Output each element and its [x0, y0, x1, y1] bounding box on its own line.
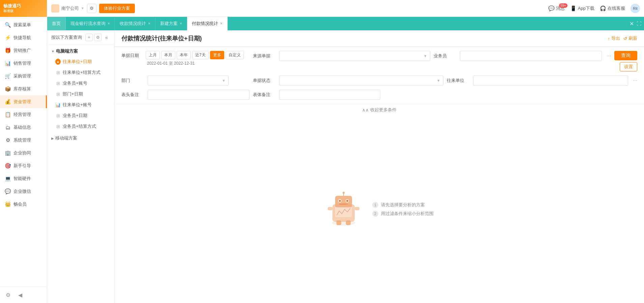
dept-select[interactable]: ▼	[148, 75, 229, 86]
tab-close-all-icon[interactable]: ✕	[630, 21, 634, 27]
date-range-display: 2022-01-01 至 2022-12-31	[147, 61, 244, 66]
messages-badge: 99+	[559, 3, 567, 8]
empty-state: 1 请先选择要分析的方案 2 用过滤条件来缩小分析范围	[115, 116, 644, 303]
messages-btn[interactable]: 💬 消息 99+	[548, 5, 565, 11]
tab-spacer	[228, 17, 627, 30]
sidebar-item-operation[interactable]: 📋 经营管理	[0, 108, 47, 121]
page-header: 付款情况统计(往来单位+日期) ↑ 导出 ↺ 刷新	[115, 30, 644, 47]
sidebar-collapse-btn[interactable]: ◀	[16, 290, 25, 300]
settings-small-button[interactable]: 设置	[620, 62, 637, 71]
app-download-btn[interactable]: 📱 App下载	[570, 5, 594, 11]
tab-home-label: 首页	[52, 21, 61, 27]
plan-item-icon3: ⊞	[55, 91, 61, 97]
plan-item-staff-account[interactable]: ⊞ 业务员+账号	[47, 78, 114, 89]
sidebar-item-purchase[interactable]: 🛒 采购管理	[0, 70, 47, 83]
sidebar-item-vip[interactable]: 👑 畅会员	[0, 198, 47, 211]
body-note-input[interactable]	[279, 90, 380, 100]
collapse-left-panel-btn[interactable]: «	[103, 34, 110, 41]
plan-item-unit-settle[interactable]: ⊞ 往来单位+结算方式	[47, 67, 114, 78]
topbar: 南宁公司 ▼ ⚙ 体验行业方案 💬 消息 99+ 📱 App下载 🎧 在线客服 …	[47, 0, 644, 17]
export-button[interactable]: ↑ 导出	[608, 35, 620, 41]
industry-btn[interactable]: 体验行业方案	[99, 4, 135, 13]
empty-tip-2: 2 用过滤条件来缩小分析范围	[372, 211, 434, 217]
svg-rect-14	[335, 207, 352, 217]
user-avatar: Rit	[631, 4, 640, 13]
left-panel-actions: + ⚙ «	[85, 34, 110, 41]
svg-rect-2	[335, 196, 352, 208]
unit-input[interactable]	[473, 75, 628, 86]
manage-plan-btn[interactable]: ⚙	[94, 34, 101, 41]
plan-item-dept-date-label: 部门+日期	[63, 91, 83, 97]
sidebar-item-guide[interactable]: 🎯 新手引导	[0, 159, 47, 172]
online-service-label: 在线客服	[608, 5, 625, 11]
sidebar-item-wechat[interactable]: 💬 企业微信	[0, 185, 47, 198]
tab-receipt-stat[interactable]: 收款情况统计 ×	[115, 17, 155, 30]
sidebar-item-label: 智能硬件	[13, 176, 31, 182]
staff-ellipsis-btn[interactable]: ···	[607, 53, 611, 59]
query-button[interactable]: 查询	[614, 51, 637, 60]
plan-item-unit-settle-label: 往来单位+结算方式	[63, 69, 100, 75]
tab-bank-flow-close[interactable]: ×	[108, 22, 110, 26]
tab-payment-stat-close[interactable]: ×	[220, 22, 223, 26]
tab-payment-stat[interactable]: 付款情况统计 ×	[187, 17, 228, 30]
add-plan-btn[interactable]: +	[85, 34, 93, 41]
unit-ellipsis-btn[interactable]: ···	[633, 78, 637, 84]
dropdown-icon[interactable]: ▼	[81, 6, 84, 10]
tab-maximize-icon[interactable]: ⛶	[637, 21, 641, 26]
sidebar-settings-btn[interactable]: ⚙	[3, 290, 13, 300]
sidebar-item-sales[interactable]: 📊 销售管理	[0, 57, 47, 70]
plan-item-active-icon: ●	[55, 59, 61, 64]
search-menu-icon: 🔍	[5, 22, 11, 28]
plan-item-icon6: ⊞	[55, 124, 61, 129]
plan-item-staff-settle-label: 业务员+结算方式	[63, 123, 96, 129]
sidebar-item-label: 新手引导	[13, 163, 31, 169]
sidebar-item-hardware[interactable]: 💻 智能硬件	[0, 172, 47, 185]
company-name: 南宁公司	[61, 5, 79, 11]
empty-state-illustration	[325, 191, 362, 228]
content-area: 按以下方案查询 + ⚙ « ▼ 电脑端方案 ● 往来单位+日期	[47, 30, 644, 303]
date-btn-custom[interactable]: 自定义	[226, 51, 244, 59]
tab-receipt-stat-close[interactable]: ×	[148, 22, 150, 26]
sidebar-item-search-menu[interactable]: 🔍 搜索菜单	[0, 19, 47, 31]
topbar-settings-button[interactable]: ⚙	[87, 4, 96, 13]
tab-bank-flow[interactable]: 现金银行流水查询 ×	[66, 17, 115, 30]
tab-home[interactable]: 首页	[47, 17, 66, 30]
receipt-status-select[interactable]: ▼	[279, 75, 443, 86]
tip-num-1: 1	[372, 202, 378, 208]
plan-item-dept-date[interactable]: ⊞ 部门+日期	[47, 89, 114, 99]
collapse-more-button[interactable]: ∧∧ 收起更多条件	[362, 107, 397, 113]
sidebar-item-basic-info[interactable]: 🗂 基础信息	[0, 121, 47, 134]
tab-new-plan[interactable]: 新建方案 ×	[155, 17, 187, 30]
user-profile-btn[interactable]: Rit	[631, 4, 640, 13]
plan-item-unit-account[interactable]: 📊 往来单位+账号	[47, 99, 114, 110]
sidebar-item-system[interactable]: ⚙ 系统管理	[0, 134, 47, 147]
date-btn-this-year[interactable]: 本年	[177, 51, 191, 59]
sidebar-item-marketing[interactable]: 🎁 营销推广	[0, 44, 47, 57]
date-btn-this-month[interactable]: 本月	[161, 51, 175, 59]
online-service-btn[interactable]: 🎧 在线客服	[600, 5, 625, 11]
main-area: 南宁公司 ▼ ⚙ 体验行业方案 💬 消息 99+ 📱 App下载 🎧 在线客服 …	[47, 0, 644, 303]
refresh-button[interactable]: ↺ 刷新	[623, 35, 637, 41]
mobile-group[interactable]: ▶ 移动端方案	[47, 133, 114, 143]
source-select[interactable]: ▼	[279, 51, 430, 61]
sidebar-item-company[interactable]: 🏢 企业协同	[0, 147, 47, 159]
sidebar-item-label: 系统管理	[13, 137, 31, 143]
sidebar-item-label: 企业协同	[13, 150, 31, 156]
tab-new-plan-close[interactable]: ×	[180, 22, 182, 26]
svg-rect-10	[328, 207, 332, 210]
date-btn-7days[interactable]: 近7天	[192, 51, 209, 59]
plan-item-staff-settle[interactable]: ⊞ 业务员+结算方式	[47, 121, 114, 132]
staff-input[interactable]	[460, 51, 602, 61]
plan-item-staff-date[interactable]: ⊞ 业务员+日期	[47, 110, 114, 121]
receipt-status-label: 单据状态	[253, 78, 277, 84]
date-btn-last-month[interactable]: 上月	[146, 51, 160, 59]
topbar-right: 💬 消息 99+ 📱 App下载 🎧 在线客服 Rit	[548, 4, 640, 13]
sidebar-nav: 🔍 搜索菜单 ⚡ 快捷导航 🎁 营销推广 📊 销售管理 🛒 采购管理 📦 库存核…	[0, 17, 47, 286]
sidebar-item-quick-nav[interactable]: ⚡ 快捷导航	[0, 31, 47, 44]
date-btn-more[interactable]: 更多	[210, 51, 224, 59]
plan-item-unit-date[interactable]: ● 往来单位+日期	[47, 56, 114, 67]
sidebar-item-inventory[interactable]: 📦 库存核算	[0, 83, 47, 95]
header-note-input[interactable]	[148, 90, 250, 100]
sidebar-item-capital[interactable]: 💰 资金管理	[0, 95, 47, 108]
plan-group-desktop-title[interactable]: ▼ 电脑端方案	[47, 46, 114, 56]
